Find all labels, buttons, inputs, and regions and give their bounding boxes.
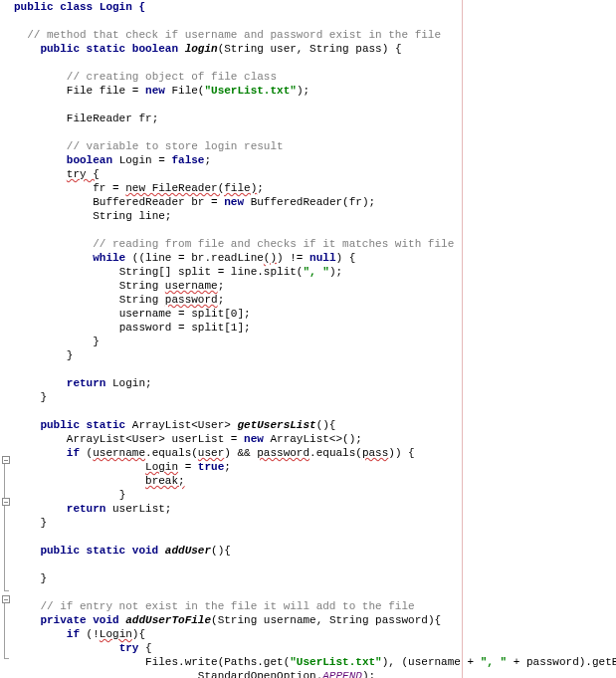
- code-comment: // method that check if username and pas…: [27, 29, 441, 41]
- code-token: password = split[1];: [119, 322, 251, 334]
- method-name: getUsersList: [237, 419, 315, 431]
- error-underline: new FileReader(file): [125, 182, 257, 194]
- code-token: if: [67, 447, 80, 459]
- editor-gutter: [0, 0, 14, 678]
- code-token: boolean: [67, 154, 112, 166]
- code-token: BufferedReader br =: [93, 196, 224, 208]
- code-token: );: [329, 266, 342, 278]
- code-token: ArrayList<User> userList =: [67, 433, 244, 445]
- code-token: (){: [211, 545, 231, 557]
- code-token: }: [119, 489, 126, 501]
- code-token: ) &&: [224, 447, 257, 459]
- method-name: login: [185, 43, 218, 55]
- code-token: fr =: [93, 182, 125, 194]
- fold-toggle-icon[interactable]: [2, 595, 10, 603]
- code-token: ArrayList<User>: [125, 419, 237, 431]
- code-token: public static: [40, 419, 125, 431]
- code-token: username = split[0];: [119, 308, 251, 320]
- fold-bracket: [4, 460, 9, 591]
- fold-bracket: [4, 599, 9, 659]
- error-underline: Login: [100, 628, 132, 640]
- code-token: public class Login {: [14, 1, 145, 13]
- code-token: null: [309, 252, 335, 264]
- code-token: BufferedReader(fr);: [244, 196, 375, 208]
- code-token: + password).getBytes(),: [507, 656, 616, 668]
- code-token: ;: [204, 154, 211, 166]
- code-token: }: [67, 349, 74, 361]
- string-literal: "UserList.txt": [204, 85, 296, 97]
- code-token: private void: [40, 614, 118, 626]
- code-comment: // variable to store login result: [67, 140, 284, 152]
- error-underline: (): [264, 252, 277, 264]
- code-token: .equals(: [309, 447, 362, 459]
- error-underline: username: [165, 280, 218, 292]
- code-token: String: [119, 280, 165, 292]
- string-literal: ", ": [303, 266, 328, 278]
- error-underline: pass: [362, 447, 388, 459]
- code-token: }: [40, 572, 47, 584]
- code-token: ((line = br.readLine: [125, 252, 264, 264]
- code-token: File(: [165, 85, 205, 97]
- code-token: }: [40, 517, 47, 529]
- code-token: }: [93, 336, 100, 347]
- code-token: public static void: [40, 545, 158, 557]
- code-token: return: [67, 377, 106, 389]
- error-underline: Login: [145, 461, 178, 473]
- code-token: ;: [218, 294, 225, 306]
- code-editor-content[interactable]: public class Login { // method that chec…: [14, 0, 616, 678]
- code-token: ;: [224, 461, 231, 473]
- code-comment: // if entry not exist in the file it wil…: [40, 600, 414, 612]
- code-token: String: [119, 294, 165, 306]
- code-token: ) {: [335, 252, 355, 264]
- error-underline: break;: [145, 475, 185, 487]
- code-token: ;: [218, 280, 225, 292]
- code-token: .equals(: [145, 447, 198, 459]
- code-token: false: [171, 154, 204, 166]
- code-token: Login =: [112, 154, 171, 166]
- code-token: )) {: [388, 447, 414, 459]
- code-token: );: [362, 670, 375, 678]
- code-token: ){: [132, 628, 145, 640]
- code-token: String[] split = line.split(: [119, 266, 304, 278]
- code-token: (!: [80, 628, 100, 640]
- code-token: userList;: [105, 503, 171, 515]
- code-token: File file =: [67, 85, 145, 97]
- code-token: ;: [257, 182, 264, 194]
- code-token: new: [244, 433, 264, 445]
- code-token: String line;: [93, 210, 171, 222]
- code-token: Login;: [105, 377, 151, 389]
- code-token: Files.write(Paths.get(: [145, 656, 290, 668]
- string-literal: ", ": [481, 656, 507, 668]
- code-token: FileReader fr;: [67, 113, 158, 124]
- code-token: try: [119, 642, 139, 654]
- error-underline: password: [257, 447, 309, 459]
- code-token: [158, 545, 165, 557]
- code-token: StandardOpenOption.: [198, 670, 322, 678]
- error-underline: user: [198, 447, 224, 459]
- enum-constant: APPEND: [322, 670, 362, 678]
- code-token: ArrayList<>();: [264, 433, 362, 445]
- code-token: public static boolean: [40, 43, 178, 55]
- fold-toggle-icon[interactable]: [2, 456, 10, 464]
- method-name: addUserToFile: [125, 614, 211, 626]
- error-underline: try {: [67, 168, 100, 180]
- code-token: }: [40, 391, 47, 403]
- code-token: return: [67, 503, 106, 515]
- code-token: new: [224, 196, 244, 208]
- code-token: );: [297, 85, 309, 97]
- code-token: new: [145, 85, 165, 97]
- code-token: {: [138, 642, 151, 654]
- string-literal: "UserList.txt": [290, 656, 381, 668]
- code-token: true: [198, 461, 224, 473]
- fold-toggle-icon[interactable]: [2, 498, 10, 506]
- code-comment: // reading from file and checks if it ma…: [93, 238, 454, 250]
- code-token: (){: [316, 419, 336, 431]
- method-name: addUser: [165, 545, 211, 557]
- error-underline: password: [165, 294, 218, 306]
- code-token: (String user, String pass) {: [218, 43, 402, 55]
- code-token: ), (username +: [382, 656, 481, 668]
- code-token: if: [67, 628, 80, 640]
- code-token: =: [178, 461, 198, 473]
- code-token: ) !=: [277, 252, 309, 264]
- code-token: while: [93, 252, 125, 264]
